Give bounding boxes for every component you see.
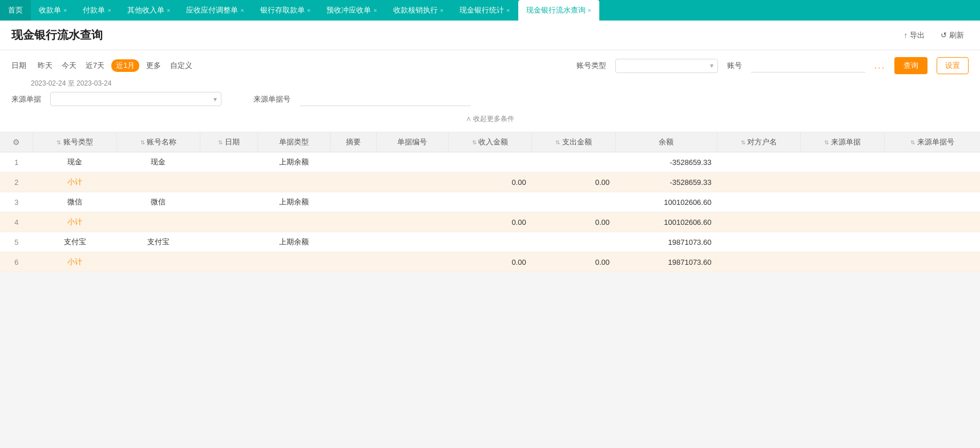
data-table: ⚙ ⇅ 账号类型 ⇅ 账号名称 ⇅ 日期 单据类型 摘要 bbox=[0, 132, 980, 272]
table-cell bbox=[258, 172, 330, 192]
table-cell bbox=[200, 232, 258, 252]
close-bank-stats-icon[interactable]: × bbox=[506, 7, 510, 14]
date-shortcuts: 昨天 今天 近7天 近1月 更多 自定义 bbox=[35, 59, 195, 72]
table-cell bbox=[200, 252, 258, 272]
col-account-type[interactable]: ⇅ 账号类型 bbox=[33, 132, 116, 152]
table-cell: 4 bbox=[0, 212, 33, 232]
source-doc-select[interactable] bbox=[50, 92, 221, 106]
source-doc-no-label: 来源单据号 bbox=[253, 94, 291, 104]
table-cell bbox=[376, 252, 448, 272]
table-cell: 0.00 bbox=[532, 172, 615, 192]
filter-row-1: 日期 昨天 今天 近7天 近1月 更多 自定义 账号类型 账号 ... 查询 设… bbox=[11, 57, 969, 74]
col-counterpart[interactable]: ⇅ 对方户名 bbox=[717, 132, 800, 152]
table-cell bbox=[376, 172, 448, 192]
date-7days[interactable]: 近7天 bbox=[83, 59, 107, 72]
table-cell: 100102606.60 bbox=[615, 212, 717, 232]
col-expense[interactable]: ⇅ 支出金额 bbox=[532, 132, 615, 152]
table-cell bbox=[801, 172, 884, 192]
nav-collection-exec-label: 收款核销执行 bbox=[393, 5, 438, 15]
close-collection-exec-icon[interactable]: × bbox=[440, 7, 443, 14]
nav-bank-stats-label: 现金银行统计 bbox=[459, 5, 504, 15]
table-cell: 微信 bbox=[116, 192, 200, 212]
refresh-button[interactable]: ↺ 刷新 bbox=[936, 28, 969, 43]
nav-collection[interactable]: 收款单 × bbox=[31, 0, 75, 21]
account-dots-button[interactable]: ... bbox=[874, 60, 885, 71]
close-bank-flow-icon[interactable]: × bbox=[588, 7, 591, 14]
table-cell bbox=[801, 212, 884, 232]
close-pre-receive-icon[interactable]: × bbox=[373, 7, 377, 14]
table-cell bbox=[884, 252, 980, 272]
table-cell bbox=[330, 152, 376, 172]
date-1month[interactable]: 近1月 bbox=[111, 59, 139, 72]
table-cell: 支付宝 bbox=[116, 232, 200, 252]
col-date[interactable]: ⇅ 日期 bbox=[200, 132, 258, 152]
col-doc-no[interactable]: 单据编号 bbox=[376, 132, 448, 152]
table-cell bbox=[884, 152, 980, 172]
col-balance[interactable]: 余额 bbox=[615, 132, 717, 152]
nav-collection-exec[interactable]: 收款核销执行 × bbox=[385, 0, 451, 21]
col-income[interactable]: ⇅ 收入金额 bbox=[449, 132, 532, 152]
table-cell bbox=[532, 232, 615, 252]
nav-payment[interactable]: 付款单 × bbox=[75, 0, 119, 21]
table-cell bbox=[884, 232, 980, 252]
col-doc-type[interactable]: 单据类型 bbox=[258, 132, 330, 152]
close-collection-icon[interactable]: × bbox=[63, 7, 67, 14]
col-source-doc[interactable]: ⇅ 来源单据 bbox=[801, 132, 884, 152]
export-button[interactable]: ↑ 导出 bbox=[900, 28, 930, 43]
nav-receivable-adjust[interactable]: 应收应付调整单 × bbox=[178, 0, 252, 21]
collapse-bar[interactable]: ∧ 收起更多条件 bbox=[11, 111, 969, 127]
table-cell bbox=[449, 192, 532, 212]
close-bank-deposit-icon[interactable]: × bbox=[307, 7, 310, 14]
table-cell bbox=[532, 192, 615, 212]
filter-row-2: 来源单据 来源单据号 bbox=[11, 92, 969, 106]
date-filter-label: 日期 bbox=[11, 60, 26, 71]
table-cell bbox=[717, 252, 800, 272]
table-cell bbox=[330, 192, 376, 212]
nav-other-income[interactable]: 其他收入单 × bbox=[119, 0, 178, 21]
close-receivable-adjust-icon[interactable]: × bbox=[240, 7, 244, 14]
account-type-select[interactable] bbox=[615, 59, 718, 73]
table-header-row: ⚙ ⇅ 账号类型 ⇅ 账号名称 ⇅ 日期 单据类型 摘要 bbox=[0, 132, 980, 152]
table-cell: 小计 bbox=[33, 252, 116, 272]
table-cell bbox=[200, 172, 258, 192]
table-cell bbox=[449, 152, 532, 172]
table-cell bbox=[376, 152, 448, 172]
date-custom[interactable]: 自定义 bbox=[168, 59, 195, 72]
table-cell: 现金 bbox=[116, 152, 200, 172]
nav-bank-deposit[interactable]: 银行存取款单 × bbox=[252, 0, 318, 21]
nav-pre-receive[interactable]: 预收冲应收单 × bbox=[318, 0, 385, 21]
query-button[interactable]: 查询 bbox=[894, 57, 927, 74]
filter-area: 日期 昨天 今天 近7天 近1月 更多 自定义 账号类型 账号 ... 查询 设… bbox=[0, 50, 980, 132]
date-yesterday[interactable]: 昨天 bbox=[35, 59, 55, 72]
table-cell: 3 bbox=[0, 192, 33, 212]
nav-bank-stats[interactable]: 现金银行统计 × bbox=[451, 0, 518, 21]
table-cell bbox=[449, 232, 532, 252]
table-cell: 小计 bbox=[33, 172, 116, 192]
col-gear[interactable]: ⚙ bbox=[0, 132, 33, 152]
source-doc-no-input[interactable] bbox=[300, 92, 471, 106]
nav-bank-flow[interactable]: 现金银行流水查询 × bbox=[518, 0, 599, 21]
nav-home[interactable]: 首页 bbox=[0, 0, 31, 21]
close-payment-icon[interactable]: × bbox=[107, 7, 111, 14]
table-cell bbox=[376, 212, 448, 232]
date-today[interactable]: 今天 bbox=[59, 59, 79, 72]
account-input[interactable] bbox=[751, 59, 865, 72]
collapse-label: 收起更多条件 bbox=[473, 115, 514, 123]
table-cell: 19871073.60 bbox=[615, 252, 717, 272]
table-cell bbox=[884, 212, 980, 232]
close-other-income-icon[interactable]: × bbox=[167, 7, 170, 14]
date-more[interactable]: 更多 bbox=[144, 59, 163, 72]
table-cell: 100102606.60 bbox=[615, 192, 717, 212]
table-cell: 上期余额 bbox=[258, 192, 330, 212]
nav-collection-label: 收款单 bbox=[39, 5, 61, 15]
col-account-name[interactable]: ⇅ 账号名称 bbox=[116, 132, 200, 152]
table-cell: 0.00 bbox=[532, 212, 615, 232]
table-cell bbox=[330, 172, 376, 192]
col-summary[interactable]: 摘要 bbox=[330, 132, 376, 152]
settings-button[interactable]: 设置 bbox=[937, 57, 969, 74]
export-icon: ↑ bbox=[904, 31, 908, 39]
nav-receivable-adjust-label: 应收应付调整单 bbox=[186, 5, 238, 15]
table-cell bbox=[717, 152, 800, 172]
col-source-doc-no[interactable]: ⇅ 来源单据号 bbox=[884, 132, 980, 152]
sort-date-icon: ⇅ bbox=[218, 139, 223, 146]
